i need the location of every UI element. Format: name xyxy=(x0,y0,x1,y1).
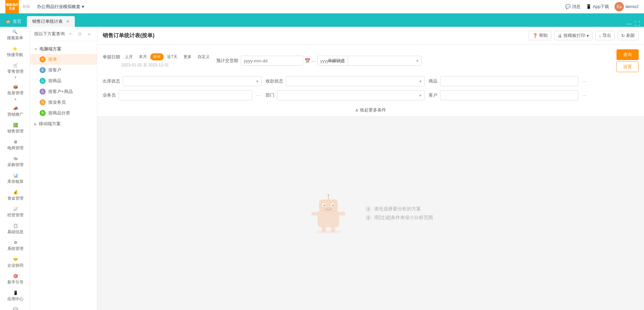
date-pill-custom[interactable]: 自定义 xyxy=(195,53,212,60)
scheme-group-mobile-header[interactable]: ▶ 移动端方案 xyxy=(30,118,97,129)
dept-select[interactable]: ▾ xyxy=(277,90,425,100)
scheme-item-by-salesman[interactable]: 员 按业务员 xyxy=(30,97,97,108)
sidebar-item-operations[interactable]: 📈 经营管理 xyxy=(0,204,30,221)
sidebar-item-wholesale[interactable]: 📦 批发管理 ▲ xyxy=(0,82,30,103)
goods-input[interactable] xyxy=(440,76,578,86)
date-pill-this-year[interactable]: 本年 xyxy=(150,53,164,60)
customer-input[interactable] xyxy=(440,90,578,100)
minimize-icon[interactable]: — xyxy=(627,21,632,27)
sidebar-item-enterprise[interactable]: 🤝 企业协同 xyxy=(0,254,30,271)
sidebar-item-new-guide[interactable]: 🎯 新手引导 xyxy=(0,271,30,288)
sidebar-item-sales[interactable]: 💹 销售管理 xyxy=(0,120,30,137)
sidebar-item-inventory[interactable]: 📊 库存核算 xyxy=(0,170,30,187)
sidebar: 🔍 搜索菜单 ⭐ 快捷导航 🛒 零售管理 ▼ 📦 批发管理 ▲ 📣 营销推广 💹… xyxy=(0,27,30,310)
help-btn[interactable]: ❓ 帮助 xyxy=(529,31,551,40)
settings-scheme-btn[interactable]: ⊙ xyxy=(76,30,84,38)
empty-tip-2: 2 用[过滤]条件来缩小分析范围 xyxy=(365,215,433,221)
date-pill-last-month[interactable]: 上月 xyxy=(122,53,136,60)
retail-arrow-icon: ▼ xyxy=(14,75,17,79)
date-pill-more[interactable]: 更多 xyxy=(181,53,194,60)
scheme-item-by-customer-label: 按客户 xyxy=(48,67,61,73)
scheme-item-by-order[interactable]: 按 按单 xyxy=(30,54,97,65)
add-icon: ＋ xyxy=(68,31,73,37)
sidebar-label-marketing: 营销推广 xyxy=(7,112,23,117)
sidebar-item-search-menu[interactable]: 🔍 搜索菜单 xyxy=(0,27,30,44)
sidebar-item-wechat[interactable]: 💬 企业微信 xyxy=(0,305,30,310)
wholesale-arrow-icon: ▲ xyxy=(14,97,17,101)
sidebar-item-ecommerce[interactable]: 🖥 电商管理 xyxy=(0,137,30,154)
calendar-icon-start[interactable]: 📅 xyxy=(305,58,310,63)
scheme-item-by-customer-goods[interactable]: 合 按客户+商品 xyxy=(30,86,97,97)
filter-shipment: 出库状态 ▾ xyxy=(103,76,262,86)
tab-order-stats[interactable]: 销售订单统计表 ✕ xyxy=(27,16,75,27)
scheme-item-by-salesman-label: 按业务员 xyxy=(48,99,66,105)
sidebar-item-purchase[interactable]: 🛍 采购管理 xyxy=(0,154,30,170)
scheme-group-pc-header[interactable]: ▼ 电脑端方案 xyxy=(30,44,97,54)
salesman-label: 业务员 xyxy=(103,92,116,98)
maximize-icon[interactable]: ⛶ xyxy=(635,21,640,27)
status-select[interactable]: ▾ xyxy=(348,56,422,66)
sidebar-label-quick-nav: 快捷导航 xyxy=(7,52,23,58)
dept-dropdown-icon: ▾ xyxy=(419,93,422,98)
scheme-item-by-customer[interactable]: 客 按客户 xyxy=(30,65,97,75)
scheme-item-by-goods-label: 按商品 xyxy=(48,78,61,84)
scheme-item-by-category[interactable]: 类 按商品分类 xyxy=(30,108,97,118)
filter-area: 单据日期 上月 本月 本年 xyxy=(97,45,644,117)
date-pill-this-month[interactable]: 本月 xyxy=(136,53,150,60)
sidebar-item-marketing[interactable]: 📣 营销推广 xyxy=(0,103,30,120)
salesman-more-icon[interactable]: ··· xyxy=(255,93,262,98)
sidebar-item-quick-nav[interactable]: ⭐ 快捷导航 xyxy=(0,44,30,60)
retail-icon: 🛒 xyxy=(13,63,18,68)
customer-more-icon[interactable]: ··· xyxy=(581,93,588,98)
dropdown-chevron-icon: ▾ xyxy=(82,4,84,9)
page-title: 销售订单统计表(按单) xyxy=(103,32,155,39)
header-right: 💬 消息 📱 App下载 Ea demo2 xyxy=(565,2,639,11)
collapse-panel-btn[interactable]: « xyxy=(86,30,93,38)
tab-close-icon[interactable]: ✕ xyxy=(66,19,69,24)
customer-label: 客户 xyxy=(429,92,437,98)
export-btn[interactable]: ↓ 导出 xyxy=(595,31,615,40)
pc-group-label: 电脑端方案 xyxy=(40,46,61,52)
sidebar-item-system[interactable]: ⚙ 系统管理 xyxy=(0,238,30,254)
add-scheme-btn[interactable]: ＋ xyxy=(67,30,74,38)
help-icon: ❓ xyxy=(532,33,538,38)
right-panel: 销售订单统计表(按单) ❓ 帮助 🖨 按模板打印 ▾ ↓ 导出 xyxy=(97,27,644,310)
top-header: 畅捷通好生意 标版 办公用品行业模拟账套 ▾ 💬 消息 📱 App下载 Ea d… xyxy=(0,0,644,13)
sidebar-item-retail[interactable]: 🛒 零售管理 ▼ xyxy=(0,60,30,82)
filter-goods: 商品 ··· xyxy=(429,76,588,86)
left-panel-header: 按以下方案查询 ＋ ⊙ « xyxy=(30,27,97,41)
svg-rect-10 xyxy=(339,212,345,215)
sidebar-label-inventory: 库存核算 xyxy=(7,179,23,185)
svg-rect-12 xyxy=(331,227,335,232)
print-btn[interactable]: 🖨 按模板打印 ▾ xyxy=(554,31,593,40)
user-avatar-area[interactable]: Ea demo2 xyxy=(614,2,639,11)
home-icon: 🏠 xyxy=(5,19,11,24)
svg-rect-11 xyxy=(322,227,326,232)
sidebar-item-basic[interactable]: 📋 基础信息 xyxy=(0,221,30,238)
sidebar-item-app-center[interactable]: 📱 应用中心 xyxy=(0,288,30,305)
app-download-btn[interactable]: 📱 App下载 xyxy=(586,4,609,10)
goods-more-icon[interactable]: ··· xyxy=(581,79,588,84)
export-label: 导出 xyxy=(602,33,611,39)
date-pills: 上月 本月 本年 近7天 xyxy=(122,53,212,60)
scheme-item-by-goods[interactable]: 品 按商品 xyxy=(30,75,97,86)
collection-select[interactable]: ▾ xyxy=(286,76,425,86)
sidebar-item-finance[interactable]: 💰 资金管理 xyxy=(0,187,30,204)
message-btn[interactable]: 💬 消息 xyxy=(565,4,581,10)
salesman-input[interactable] xyxy=(118,90,252,100)
tip-text-1: 请先选择要分析的方案 xyxy=(374,206,421,212)
refresh-btn[interactable]: ↻ 刷新 xyxy=(618,31,639,40)
tab-home[interactable]: 🏠 首页 xyxy=(0,16,27,27)
collapse-bar[interactable]: ∧ 收起更多条件 xyxy=(103,104,639,116)
purchase-icon: 🛍 xyxy=(13,156,17,161)
inventory-icon: 📊 xyxy=(13,173,18,178)
goods-label: 商品 xyxy=(429,78,437,84)
query-btn[interactable]: 查询 xyxy=(616,49,639,60)
app-dropdown[interactable]: 办公用品行业模拟账套 ▾ xyxy=(37,4,84,10)
expected-date-start[interactable] xyxy=(241,56,303,66)
scheme-item-by-category-label: 按商品分类 xyxy=(48,110,70,116)
settings-btn[interactable]: 设置 xyxy=(616,61,639,72)
shipment-select[interactable]: ▾ xyxy=(123,76,262,86)
left-panel-title: 按以下方案查询 xyxy=(34,31,65,37)
date-pill-last7[interactable]: 近7天 xyxy=(164,53,180,60)
